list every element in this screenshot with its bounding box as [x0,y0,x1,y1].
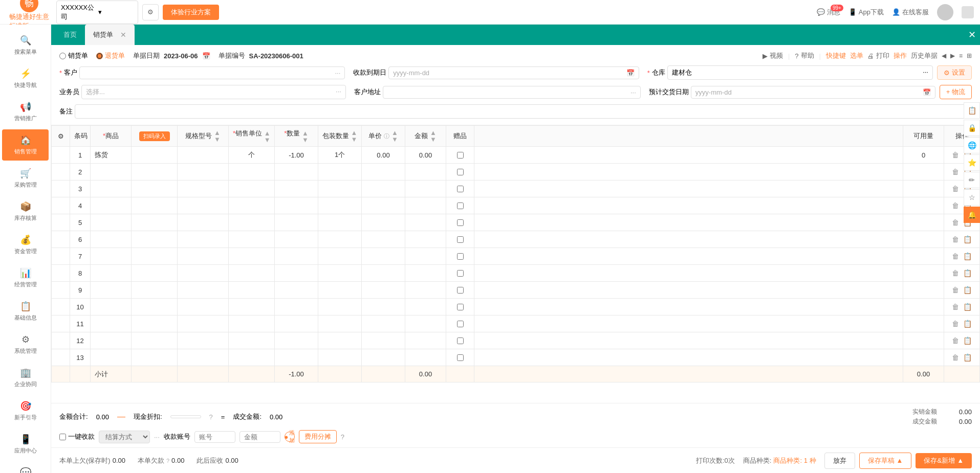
row-qty-10[interactable] [275,299,318,316]
row-amount-4[interactable] [405,197,446,214]
sidebar-item-guide[interactable]: 🎯 新手引导 [2,395,49,426]
row-unit-4[interactable] [229,197,275,214]
row-qty-2[interactable] [275,164,318,181]
row-price-2[interactable] [362,164,405,181]
row-pkgqty-2[interactable] [318,164,362,181]
row-qty-13[interactable] [275,349,318,366]
row-amount-7[interactable] [405,248,446,265]
row-amount-2[interactable] [405,164,446,181]
row-delete-btn-3[interactable]: 🗑 [951,184,960,194]
next-btn[interactable]: ▶ [950,52,955,59]
video-btn[interactable]: ▶ 视频 [763,51,783,60]
row-spec-7[interactable] [178,248,229,265]
message-btn[interactable]: 💬 消息 99+ [817,8,840,17]
row-amount-3[interactable] [405,181,446,197]
row-remark-2[interactable] [474,164,903,181]
row-product-8[interactable] [91,265,132,282]
row-price-11[interactable] [362,316,405,332]
row-copy-btn-9[interactable]: 📋 [962,285,973,295]
sidebar-item-marketing[interactable]: 📢 营销推广 [2,96,49,127]
float-btn-5[interactable]: ✏ [964,172,980,188]
row-product-10[interactable] [91,299,132,316]
row-remark-3[interactable] [474,181,903,197]
operate-btn[interactable]: 操作 [894,51,907,60]
row-unit-13[interactable] [229,349,275,366]
row-price-10[interactable] [362,299,405,316]
row-product-5[interactable] [91,214,132,231]
customer-addr-input[interactable]: ··· [383,86,641,99]
avatar[interactable] [937,4,953,20]
row-remark-1[interactable] [474,147,903,164]
row-unit-3[interactable] [229,181,275,197]
sidebar-item-enterprise[interactable]: 🏢 企业协同 [2,362,49,393]
row-price-8[interactable] [362,265,405,282]
calc-method-select[interactable]: 结算方式 [99,431,150,443]
row-pkgqty-9[interactable] [318,282,362,299]
row-amount-6[interactable] [405,231,446,248]
row-gift-5[interactable] [446,214,474,231]
sidebar-item-purchase[interactable]: 🛒 采购管理 [2,163,49,194]
row-unit-10[interactable] [229,299,275,316]
company-select[interactable]: XXXXXX公司 ▾ [56,1,138,24]
float-btn-7[interactable]: 🔔 [964,207,980,223]
float-btn-6[interactable]: ☆ [964,189,980,206]
fee-help-btn[interactable]: ? [341,433,344,441]
row-unit-8[interactable] [229,265,275,282]
row-copy-btn-10[interactable]: 📋 [962,302,973,312]
add-payment-btn[interactable]: ● 添加 [285,432,295,442]
row-spec-13[interactable] [178,349,229,366]
row-qty-3[interactable] [275,181,318,197]
draft-btn[interactable]: 保存草稿 ▲ [859,453,912,469]
row-delete-btn-1[interactable]: 🗑 [951,150,960,160]
row-gift-9[interactable] [446,282,474,299]
row-price-1[interactable]: 0.00 [362,147,405,164]
row-remark-8[interactable] [474,265,903,282]
row-price-3[interactable] [362,181,405,197]
settings-icon[interactable]: ⚙ [142,4,159,20]
row-gift-12[interactable] [446,332,474,349]
fee-alloc-btn[interactable]: 费用分摊 [299,430,337,443]
row-copy-btn-12[interactable]: 📋 [962,335,973,346]
row-remark-13[interactable] [474,349,903,366]
radio-return-order[interactable]: 退货单 [96,51,125,60]
row-product-3[interactable] [91,181,132,197]
row-qty-7[interactable] [275,248,318,265]
row-pkgqty-12[interactable] [318,332,362,349]
row-spec-1[interactable] [178,147,229,164]
row-price-9[interactable] [362,282,405,299]
history-btn[interactable]: 历史单据 [911,51,938,60]
row-amount-9[interactable] [405,282,446,299]
sidebar-item-wechat[interactable]: 💬 企业微信 [2,462,49,473]
calendar-icon[interactable]: 📅 [202,52,210,60]
row-delete-btn-13[interactable]: 🗑 [951,352,960,363]
salesman-input[interactable]: 选择... ··· [81,85,346,99]
row-price-6[interactable] [362,231,405,248]
row-delete-btn-12[interactable]: 🗑 [951,335,960,346]
delivery-date-input[interactable]: yyyy-mm-dd 📅 [691,86,935,99]
app-download-btn[interactable]: 📱 App下载 [848,8,884,17]
row-unit-9[interactable] [229,282,275,299]
float-btn-2[interactable]: 🔒 [964,120,980,136]
row-price-4[interactable] [362,197,405,214]
row-qty-11[interactable] [275,316,318,332]
row-product-12[interactable] [91,332,132,349]
float-btn-4[interactable]: ⭐ [964,154,980,171]
shortcut-btn[interactable]: 快捷键 [826,51,846,60]
row-product-2[interactable] [91,164,132,181]
discard-btn[interactable]: 放弃 [824,453,855,469]
customer-input[interactable]: ··· [79,66,345,79]
row-price-12[interactable] [362,332,405,349]
row-delete-btn-2[interactable]: 🗑 [951,167,960,177]
row-pkgqty-10[interactable] [318,299,362,316]
row-spec-3[interactable] [178,181,229,197]
row-delete-btn-7[interactable]: 🗑 [951,251,960,261]
save-new-btn[interactable]: 保存&新增 ▲ [916,453,972,468]
due-date-input[interactable]: yyyy-mm-dd 📅 [388,66,639,79]
sidebar-item-finance[interactable]: 💰 资金管理 [2,229,49,260]
sidebar-item-appcenter[interactable]: 📱 应用中心 [2,429,49,460]
row-spec-11[interactable] [178,316,229,332]
select-btn[interactable]: 选单 [850,51,863,60]
row-delete-btn-8[interactable]: 🗑 [951,268,960,278]
row-product-6[interactable] [91,231,132,248]
row-remark-5[interactable] [474,214,903,231]
